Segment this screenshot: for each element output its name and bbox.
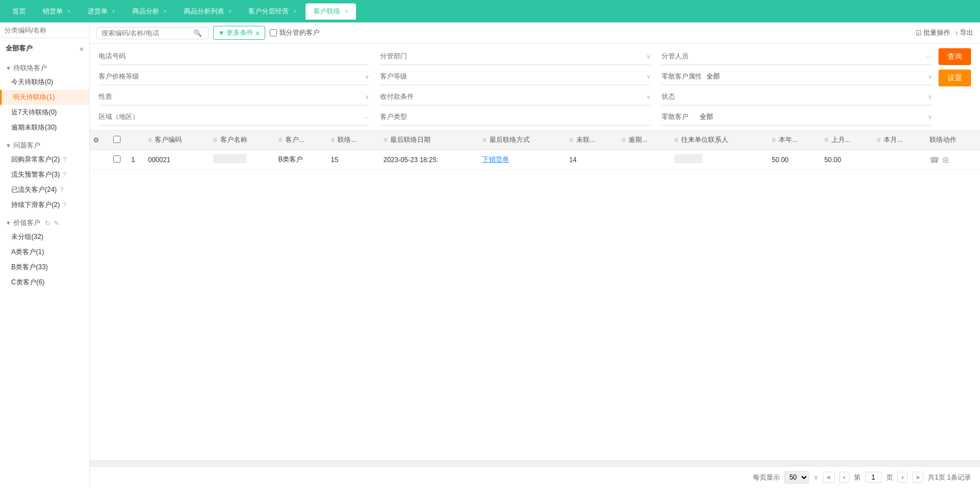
value-edit-icon[interactable]: ✎ [54,219,59,227]
filter-person[interactable]: 分管人员 ··· [662,48,932,65]
lost-risk-help-icon: ? [63,171,66,178]
page-size-select[interactable]: 50 [784,471,809,484]
main-layout: 🔍 全部客户 « ▼ 待联络客户 今天待联络(0) 明天待联络(1) 近7天待联… [0,22,980,488]
search-input[interactable] [101,29,191,37]
export-btn[interactable]: ↑ 导出 [955,28,973,38]
col-overdue: ≡ 逾期... [618,131,671,150]
sidebar-item-overdue[interactable]: 逾期未联络(30) [0,120,89,135]
filter-price-level[interactable]: 客户价格等级 ∨ [99,68,369,85]
sidebar-item-repurchase[interactable]: 回购异常客户(2) ? [0,152,89,167]
action-grid-icon[interactable]: ⊞ [942,155,949,164]
row-code: 000021 [145,150,210,170]
nav-home[interactable]: 首页 [4,3,34,20]
sidebar-item-c-class[interactable]: C类客户(6) [0,275,89,290]
sidebar-item-today[interactable]: 今天待联络(0) [0,75,89,90]
row-contact-value: 15 [331,156,338,164]
page-input[interactable] [865,472,882,483]
my-customers-label: 我分管的客户 [279,28,320,38]
nav-customer-contact[interactable]: 客户联络 × [306,3,356,20]
sidebar-value-section: ▼ 价值客户 ↻ ✎ 未分组(32) A类客户(1) B类客户(33) C类客户… [0,214,89,291]
sidebar-item-ungrouped[interactable]: 未分组(32) [0,229,89,245]
filter-cust-level-arrow[interactable]: ∨ [646,73,650,80]
sidebar-item-lost-risk[interactable]: 流失预警客户(3) ? [0,167,89,182]
filter-status-arrow[interactable]: ∨ [928,94,932,100]
action-phone-icon[interactable]: ☎ [930,155,939,164]
nav-product-analysis-list[interactable]: 商品分析列表 × [176,3,240,20]
sidebar-value-group[interactable]: ▼ 价值客户 ↻ ✎ [0,215,89,229]
sidebar-item-week7[interactable]: 近7天待联络(0) [0,105,89,120]
filter-retail[interactable]: 零散客户 全部 ∨ [662,109,932,126]
nav-customer-contact-close[interactable]: × [345,8,348,15]
setting-button[interactable]: 设置 [939,70,971,86]
sidebar-item-already-lost[interactable]: 已流失客户(24) ? [0,182,89,197]
next-page-btn[interactable]: › [898,472,908,483]
value-refresh-icon[interactable]: ↻ [45,219,50,227]
row-this-year-value: 50.00 [771,156,788,164]
filter-retail-attr-label: 零散客户属性 [662,72,702,81]
filter-status[interactable]: 状态 ∨ [662,89,932,105]
customer-table: ⚙ ≡ 客户编码 ≡ 客户名称 [90,131,980,170]
filter-region-more[interactable]: ··· [363,113,369,121]
nav-purchase-close[interactable]: × [112,8,115,15]
nav-product-analysis[interactable]: 商品分析 × [124,3,175,20]
nav-customer-tier[interactable]: 客户分层经营 × [241,3,304,20]
sidebar-item-b-class[interactable]: B类客户(33) [0,260,89,275]
nav-purchase[interactable]: 进货单 × [80,3,123,20]
search-input-wrap: 🔍 [96,27,209,39]
sidebar-search-wrap: 🔍 [0,22,89,38]
last-page-btn[interactable]: » [912,472,924,483]
col-settings[interactable]: ⚙ [90,131,110,150]
filter-payment[interactable]: 收付款条件 ∨ [380,89,650,105]
my-customers-checkbox[interactable] [270,29,277,36]
collapse-icon: « [80,45,84,53]
filter-payment-arrow[interactable]: ∨ [646,94,650,100]
nav-customer-tier-close[interactable]: × [293,8,297,15]
col-last-month: ≡ 上月... [821,131,873,150]
row-name [210,150,275,170]
query-button[interactable]: 查询 [939,48,971,65]
sidebar-all-customers[interactable]: 全部客户 « [0,39,89,58]
filter-icon: ▼ [218,29,225,37]
col-this-year: ≡ 本年... [768,131,821,150]
search-submit-icon[interactable]: 🔍 [193,29,202,37]
filter-nature-arrow[interactable]: ∨ [365,94,369,100]
sidebar-item-continuous-down[interactable]: 持续下滑客户(2) ? [0,197,89,213]
filter-more-btn[interactable]: ▼ 更多条件 ∧ [213,26,265,40]
filter-retail-arrow[interactable]: ∨ [928,114,932,120]
batch-btn[interactable]: ☑ 批量操作 [916,28,950,38]
row-checkbox[interactable] [113,155,121,163]
sidebar-item-tomorrow[interactable]: 明天待联络(1) [0,90,89,105]
filter-retail-attr[interactable]: 零散客户属性 全部 ∨ [662,68,932,85]
filter-dept[interactable]: 分管部门 ∨ [380,48,650,65]
all-customers-label: 全部客户 [6,44,33,53]
row-last-method-value[interactable]: 下销货单 [482,155,509,163]
first-page-btn[interactable]: « [823,472,835,483]
nav-product-list-close[interactable]: × [229,8,232,15]
filter-cust-type[interactable]: 客户类型 [380,109,650,126]
continuous-down-help-icon: ? [63,201,66,208]
sidebar-search-input[interactable] [4,26,89,34]
pagination: 每页显示 50 ∨ « ‹ 第 页 › » 共1页 1条记录 [90,466,980,488]
horizontal-scrollbar[interactable] [90,461,980,466]
tomorrow-label: 明天待联络(1) [13,93,55,101]
table-wrap: ⚙ ≡ 客户编码 ≡ 客户名称 [90,131,980,461]
select-all-checkbox[interactable] [113,136,121,143]
filter-dept-label: 分管部门 [380,52,414,61]
sidebar-problem-group[interactable]: ▼ 问题客户 [0,137,89,152]
filter-person-more[interactable]: ··· [926,53,932,61]
filter-price-arrow[interactable]: ∨ [365,73,369,80]
filter-region[interactable]: 区域（地区） ··· [99,109,369,126]
already-lost-help-icon: ? [60,186,63,193]
nav-sales-close[interactable]: × [67,8,71,15]
sidebar-pending-group[interactable]: ▼ 待联络客户 [0,60,89,75]
filter-nature[interactable]: 性质 ∨ [99,89,369,105]
sidebar: 🔍 全部客户 « ▼ 待联络客户 今天待联络(0) 明天待联络(1) 近7天待联… [0,22,90,488]
row-last-date-value: 2023-05-23 18:25: [383,156,438,164]
prev-page-btn[interactable]: ‹ [839,472,849,483]
filter-customer-level[interactable]: 客户等级 ∨ [380,68,650,85]
filter-dept-arrow[interactable]: ∨ [646,53,650,59]
filter-retail-attr-arrow[interactable]: ∨ [928,73,932,80]
nav-product-analysis-close[interactable]: × [164,8,167,15]
sidebar-item-a-class[interactable]: A类客户(1) [0,245,89,260]
nav-sales[interactable]: 销货单 × [35,3,78,20]
